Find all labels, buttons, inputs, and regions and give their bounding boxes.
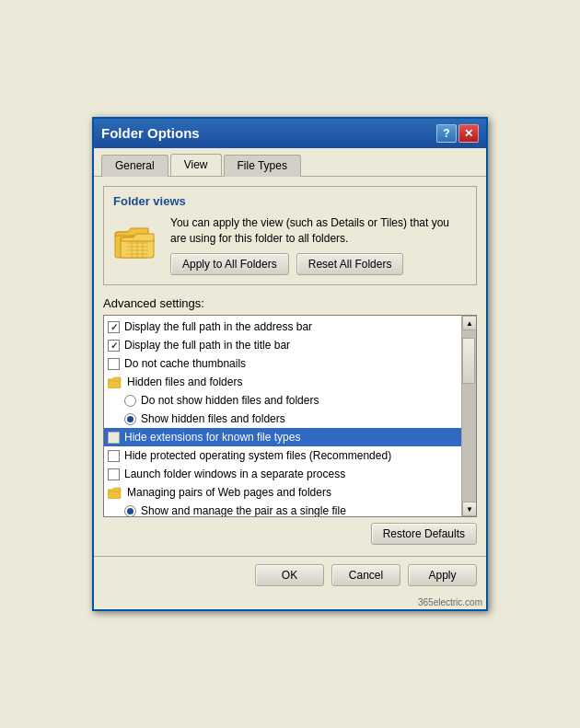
title-buttons: ? ✕ bbox=[436, 124, 479, 143]
help-button[interactable]: ? bbox=[436, 124, 457, 143]
apply-to-all-folders-button[interactable]: Apply to All Folders bbox=[170, 253, 289, 275]
scroll-thumb[interactable] bbox=[462, 338, 475, 384]
scroll-track bbox=[462, 330, 476, 502]
list-item-no-show-hidden[interactable]: Do not show hidden files and folders bbox=[104, 391, 476, 410]
checkbox-hide-protected[interactable] bbox=[108, 450, 120, 462]
tab-content: Folder views bbox=[94, 176, 486, 557]
folder-views-right: You can apply the view (such as Details … bbox=[170, 215, 467, 276]
radio-show-manage-single[interactable] bbox=[124, 505, 136, 517]
restore-defaults-button[interactable]: Restore Defaults bbox=[371, 523, 477, 545]
ok-button[interactable]: OK bbox=[255, 564, 324, 586]
advanced-label: Advanced settings: bbox=[103, 296, 477, 310]
tab-view[interactable]: View bbox=[170, 154, 222, 176]
settings-list-container[interactable]: Display the full path in the address bar… bbox=[103, 315, 477, 517]
watermark: 365electric.com bbox=[94, 595, 486, 609]
list-item-show-manage-single[interactable]: Show and manage the pair as a single fil… bbox=[104, 502, 476, 517]
checkbox-hide-extensions[interactable] bbox=[108, 432, 120, 444]
folder-views-title: Folder views bbox=[113, 194, 467, 208]
folder-icon-small-web bbox=[108, 486, 122, 499]
title-bar-text: Folder Options bbox=[101, 125, 200, 141]
title-bar: Folder Options ? ✕ bbox=[94, 119, 486, 148]
folder-options-dialog: Folder Options ? ✕ General View File Typ… bbox=[92, 117, 488, 612]
list-item-hide-extensions[interactable]: Hide extensions for known file types bbox=[104, 428, 476, 446]
list-item-show-hidden[interactable]: Show hidden files and folders bbox=[104, 410, 476, 428]
reset-all-folders-button[interactable]: Reset All Folders bbox=[296, 253, 404, 275]
folder-icon-small bbox=[108, 376, 122, 388]
checkbox-full-path-address[interactable] bbox=[108, 321, 120, 333]
checkbox-no-cache-thumbnails[interactable] bbox=[108, 358, 120, 370]
scroll-down-button[interactable]: ▼ bbox=[462, 502, 477, 516]
radio-no-show-hidden[interactable] bbox=[124, 395, 136, 407]
folder-views-inner: You can apply the view (such as Details … bbox=[113, 215, 467, 276]
folder-icon bbox=[113, 215, 161, 263]
folder-views-description: You can apply the view (such as Details … bbox=[170, 215, 467, 247]
title-text: Folder Options bbox=[101, 125, 200, 141]
list-item-full-path-address[interactable]: Display the full path in the address bar bbox=[104, 318, 476, 336]
tab-file-types[interactable]: File Types bbox=[224, 155, 301, 177]
radio-show-hidden[interactable] bbox=[124, 413, 136, 425]
folder-views-buttons: Apply to All Folders Reset All Folders bbox=[170, 253, 467, 275]
tabs-row: General View File Types bbox=[94, 148, 486, 176]
folder-views-section: Folder views bbox=[103, 186, 477, 286]
list-item-no-cache-thumbnails[interactable]: Do not cache thumbnails bbox=[104, 354, 476, 373]
scrollbar[interactable]: ▲ ▼ bbox=[461, 316, 476, 516]
tab-general[interactable]: General bbox=[101, 155, 168, 177]
advanced-settings-section: Advanced settings: Display the full path… bbox=[103, 296, 477, 545]
apply-button[interactable]: Apply bbox=[408, 564, 477, 586]
close-button[interactable]: ✕ bbox=[458, 124, 479, 143]
checkbox-full-path-title[interactable] bbox=[108, 340, 120, 352]
list-item-full-path-title[interactable]: Display the full path in the title bar bbox=[104, 336, 476, 354]
restore-defaults-row: Restore Defaults bbox=[103, 523, 477, 545]
scroll-up-button[interactable]: ▲ bbox=[462, 316, 477, 330]
list-item-hide-protected[interactable]: Hide protected operating system files (R… bbox=[104, 446, 476, 465]
bottom-buttons: OK Cancel Apply bbox=[94, 556, 486, 595]
settings-list: Display the full path in the address bar… bbox=[104, 316, 476, 517]
cancel-button[interactable]: Cancel bbox=[331, 564, 400, 586]
checkbox-launch-separate[interactable] bbox=[108, 468, 120, 480]
list-item-web-pages-folder[interactable]: Managing pairs of Web pages and folders bbox=[104, 483, 476, 502]
list-item-hidden-files-folder[interactable]: Hidden files and folders bbox=[104, 373, 476, 391]
list-item-launch-separate[interactable]: Launch folder windows in a separate proc… bbox=[104, 465, 476, 483]
